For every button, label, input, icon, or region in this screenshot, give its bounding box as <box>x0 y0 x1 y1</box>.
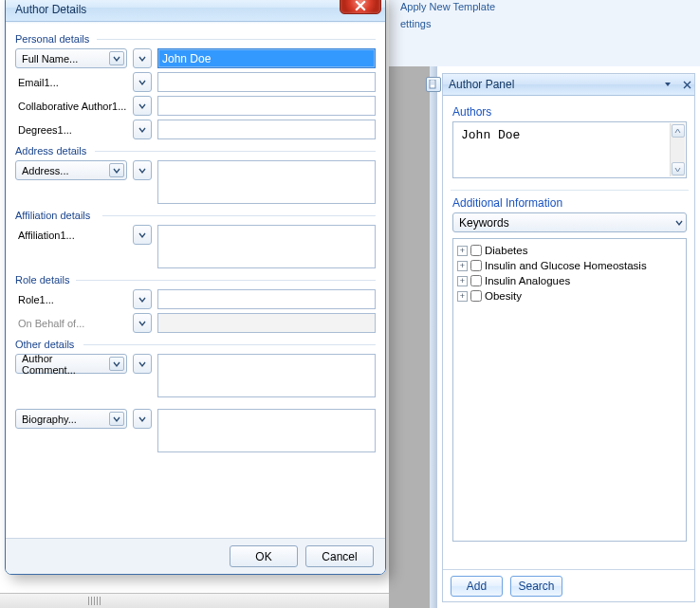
expand-icon[interactable]: + <box>457 276 468 286</box>
chevron-down-icon <box>675 216 683 230</box>
author-comment-label: Author Comment... <box>22 353 109 376</box>
biography-textarea[interactable] <box>157 409 376 452</box>
dialog-footer: OK Cancel <box>6 538 385 574</box>
scroll-up-icon[interactable] <box>672 124 685 138</box>
bottom-scrollbar[interactable] <box>0 593 389 608</box>
document-icon <box>429 80 438 89</box>
tree-checkbox[interactable] <box>470 260 482 271</box>
collab-input[interactable] <box>157 96 376 116</box>
scroll-down-icon[interactable] <box>672 162 685 175</box>
tree-row[interactable]: +Obesity <box>457 288 682 304</box>
chevron-down-icon <box>109 51 124 65</box>
section-other: Other details <box>15 339 376 350</box>
expand-icon[interactable]: + <box>457 246 468 256</box>
address-dropdown-button[interactable]: Address... <box>15 160 127 180</box>
authors-listbox[interactable]: John Doe <box>452 121 687 178</box>
full-name-extra-dropdown[interactable] <box>133 48 152 68</box>
close-icon <box>355 0 366 11</box>
collab-dropdown[interactable] <box>133 96 152 116</box>
search-button[interactable]: Search <box>510 576 562 597</box>
address-textarea[interactable] <box>157 160 376 204</box>
address-label: Address... <box>22 165 69 176</box>
titlebar: Author Details <box>6 0 385 22</box>
ribbon-background: Apply New Template ettings <box>389 0 700 66</box>
splitter[interactable] <box>430 66 437 608</box>
tree-row[interactable]: +Insulin Analogues <box>457 273 682 288</box>
on-behalf-dropdown[interactable] <box>133 313 152 333</box>
expand-icon[interactable]: + <box>457 291 468 302</box>
svg-rect-2 <box>431 83 434 84</box>
degrees-label: Degrees1... <box>15 120 127 139</box>
role-label: Role1... <box>15 289 127 309</box>
expand-icon[interactable]: + <box>457 261 468 271</box>
authors-scrollbar[interactable] <box>670 123 685 176</box>
close-button[interactable] <box>340 0 381 14</box>
full-name-dropdown-button[interactable]: Full Name... <box>15 48 127 68</box>
keywords-select[interactable]: Keywords <box>452 212 687 232</box>
tree-label: Insulin and Glucose Homeostasis <box>485 260 647 271</box>
author-comment-textarea[interactable] <box>157 354 376 397</box>
email-dropdown[interactable] <box>133 72 152 92</box>
tree-label: Obesity <box>485 290 522 302</box>
divider <box>451 190 689 191</box>
full-name-input[interactable] <box>157 48 376 68</box>
ribbon-item[interactable]: Apply New Template <box>400 1 495 12</box>
on-behalf-input <box>157 313 376 333</box>
chevron-down-icon <box>109 412 124 426</box>
role-dropdown[interactable] <box>133 289 152 309</box>
affiliation-label: Affiliation1... <box>15 225 127 245</box>
tree-label: Diabetes <box>485 245 527 256</box>
address-extra-dropdown[interactable] <box>133 160 152 180</box>
keywords-tree[interactable]: +Diabetes+Insulin and Glucose Homeostasi… <box>452 238 687 542</box>
degrees-dropdown[interactable] <box>133 120 152 139</box>
tree-checkbox[interactable] <box>470 245 482 256</box>
panel-footer: Add Search <box>443 569 694 601</box>
chevron-down-icon <box>109 163 124 177</box>
tree-row[interactable]: +Insulin and Glucose Homeostasis <box>457 258 682 273</box>
biography-dropdown-button[interactable]: Biography... <box>15 409 127 429</box>
ribbon-item[interactable]: ettings <box>400 18 431 29</box>
panel-title: Author Panel <box>449 78 514 91</box>
collab-label: Collaborative Author1... <box>15 96 127 116</box>
section-address: Address details <box>15 145 376 157</box>
keywords-select-label: Keywords <box>459 216 509 230</box>
affiliation-dropdown[interactable] <box>133 225 152 245</box>
author-comment-extra-dropdown[interactable] <box>133 354 152 374</box>
tree-checkbox[interactable] <box>470 290 482 302</box>
section-personal: Personal details <box>15 33 376 45</box>
section-affiliation: Affiliation details <box>15 210 376 221</box>
tree-label: Insulin Analogues <box>485 275 570 286</box>
email-label: Email1... <box>15 72 127 92</box>
panel-menu-dropdown[interactable] <box>660 77 675 92</box>
full-name-label: Full Name... <box>22 53 78 64</box>
role-input[interactable] <box>157 289 376 309</box>
section-role: Role details <box>15 274 376 286</box>
tree-checkbox[interactable] <box>470 275 482 286</box>
on-behalf-label: On Behalf of... <box>15 313 127 333</box>
affiliation-textarea[interactable] <box>157 225 376 268</box>
author-details-dialog: Author Details Personal details Full Nam… <box>5 0 386 575</box>
panel-titlebar: Author Panel <box>443 74 694 96</box>
author-panel: Author Panel Authors John Doe Additional… <box>442 73 695 602</box>
author-comment-dropdown-button[interactable]: Author Comment... <box>15 354 127 374</box>
panel-icon[interactable] <box>426 77 441 92</box>
degrees-input[interactable] <box>157 120 376 139</box>
ok-button[interactable]: OK <box>230 545 298 567</box>
additional-info-title: Additional Information <box>452 196 687 210</box>
biography-extra-dropdown[interactable] <box>133 409 152 429</box>
add-button[interactable]: Add <box>451 576 503 597</box>
cancel-button[interactable]: Cancel <box>305 545 374 567</box>
biography-label: Biography... <box>22 414 77 425</box>
dialog-title: Author Details <box>15 1 340 16</box>
svg-rect-1 <box>431 82 434 83</box>
chevron-down-icon <box>109 357 124 371</box>
tree-row[interactable]: +Diabetes <box>457 243 682 258</box>
panel-close-button[interactable] <box>679 77 694 92</box>
email-input[interactable] <box>157 72 376 92</box>
author-list-item[interactable]: John Doe <box>461 128 520 142</box>
authors-title: Authors <box>452 105 687 119</box>
